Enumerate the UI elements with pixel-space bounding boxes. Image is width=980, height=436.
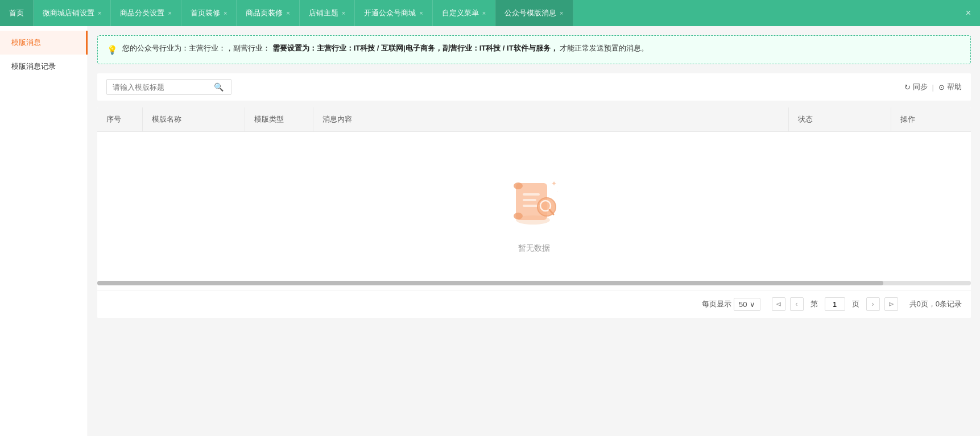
nav-item-3[interactable]: 首页装修× <box>181 0 237 26</box>
notice-highlight: 需要设置为：主营行业：IT科技 / 互联网|电子商务，副营行业：IT科技 / I… <box>272 44 558 52</box>
nav-item-8[interactable]: 公众号模版消息× <box>495 0 573 26</box>
sync-label: 同步 <box>913 82 928 92</box>
svg-rect-6 <box>523 205 539 207</box>
nav-item-5[interactable]: 店铺主题× <box>300 0 355 26</box>
page-size-dropdown[interactable]: 50 ∨ <box>734 298 760 311</box>
help-icon: ⊙ <box>938 83 945 92</box>
nav-close-1[interactable]: × <box>98 10 101 16</box>
nav-item-0[interactable]: 首页 <box>0 0 34 26</box>
page-label: 第 <box>811 299 818 309</box>
page-size-label: 每页显示 <box>702 299 731 309</box>
sync-button[interactable]: ↻ 同步 <box>904 82 928 92</box>
table-header-0: 序号 <box>97 107 143 131</box>
nav-close-4[interactable]: × <box>286 10 290 16</box>
table-header-1: 模版名称 <box>143 107 245 131</box>
sidebar: 模版消息模版消息记录 <box>0 26 88 436</box>
nav-item-6[interactable]: 开通公众号商城× <box>355 0 432 26</box>
nav-item-1[interactable]: 微商城店铺设置× <box>34 0 111 26</box>
notice-text: 您的公众号行业为：主营行业：，副营行业： 需要设置为：主营行业：IT科技 / 互… <box>122 43 648 55</box>
page-suffix: 页 <box>852 299 859 309</box>
scrollbar-thumb[interactable] <box>97 281 883 285</box>
search-right: ↻ 同步 | ⊙ 帮助 <box>904 82 962 92</box>
table-container: 序号模版名称模版类型消息内容状态操作 <box>97 107 971 318</box>
last-page-button[interactable]: ⊳ <box>884 297 898 311</box>
nav-item-4[interactable]: 商品页装修× <box>237 0 299 26</box>
sidebar-item-0[interactable]: 模版消息 <box>0 31 88 55</box>
page-size-value: 50 <box>739 300 747 309</box>
nav-close-7[interactable]: × <box>482 10 486 16</box>
nav-item-7[interactable]: 自定义菜单× <box>433 0 495 26</box>
svg-point-2 <box>514 213 523 219</box>
svg-text:·: · <box>557 189 558 194</box>
svg-text:✦: ✦ <box>551 180 557 188</box>
page-total: 共0页，0条记录 <box>909 299 962 309</box>
lightbulb-icon: 💡 <box>107 43 118 57</box>
notice-prefix: 您的公众号行业为：主营行业：，副营行业： <box>122 44 270 52</box>
horizontal-scrollbar[interactable] <box>97 281 971 285</box>
search-button[interactable]: 🔍 <box>209 80 228 94</box>
prev-page-button[interactable]: ‹ <box>790 297 804 311</box>
table-header-5: 操作 <box>891 107 971 131</box>
next-page-button[interactable]: › <box>866 297 880 311</box>
nav-close-5[interactable]: × <box>342 10 345 16</box>
table-header-3: 消息内容 <box>313 107 789 131</box>
nav-close-3[interactable]: × <box>224 10 227 16</box>
table-header-4: 状态 <box>789 107 891 131</box>
scrollbar-area <box>97 276 971 290</box>
help-label: 帮助 <box>947 82 962 92</box>
empty-text: 暂无数据 <box>518 243 550 254</box>
search-bar: 🔍 ↻ 同步 | ⊙ 帮助 <box>97 73 971 101</box>
search-left: 🔍 <box>106 79 231 95</box>
chevron-down-icon: ∨ <box>750 300 755 309</box>
sync-icon: ↻ <box>904 83 911 92</box>
main-layout: 模版消息模版消息记录 💡 您的公众号行业为：主营行业：，副营行业： 需要设置为：… <box>0 26 980 436</box>
table-header-2: 模版类型 <box>245 107 313 131</box>
page-size-select: 每页显示 50 ∨ <box>702 298 760 311</box>
content-area: 💡 您的公众号行业为：主营行业：，副营行业： 需要设置为：主营行业：IT科技 /… <box>88 26 980 436</box>
nav-close-2[interactable]: × <box>168 10 171 16</box>
search-input[interactable] <box>107 80 209 94</box>
help-button[interactable]: ⊙ 帮助 <box>938 82 962 92</box>
svg-rect-5 <box>523 199 536 201</box>
divider: | <box>932 83 934 92</box>
empty-state: ✦ · 暂无数据 <box>97 132 971 276</box>
table-header: 序号模版名称模版类型消息内容状态操作 <box>97 107 971 132</box>
svg-point-3 <box>514 182 523 189</box>
close-all-btn[interactable]: × <box>957 8 980 18</box>
empty-illustration: ✦ · <box>500 166 568 234</box>
notice-suffix: 才能正常发送预置的消息。 <box>560 44 648 52</box>
sidebar-item-1[interactable]: 模版消息记录 <box>0 55 88 78</box>
svg-rect-4 <box>523 193 540 196</box>
search-input-wrapper: 🔍 <box>106 79 231 95</box>
first-page-button[interactable]: ⊲ <box>772 297 785 311</box>
page-number-input[interactable] <box>825 297 845 311</box>
pagination: 每页显示 50 ∨ ⊲ ‹ 第 页 › ⊳ 共0页，0条记录 <box>97 290 971 318</box>
nav-close-6[interactable]: × <box>419 10 423 16</box>
notice-banner: 💡 您的公众号行业为：主营行业：，副营行业： 需要设置为：主营行业：IT科技 /… <box>97 35 971 64</box>
nav-item-2[interactable]: 商品分类设置× <box>111 0 181 26</box>
nav-close-8[interactable]: × <box>560 10 563 16</box>
top-nav: 首页微商城店铺设置×商品分类设置×首页装修×商品页装修×店铺主题×开通公众号商城… <box>0 0 980 26</box>
